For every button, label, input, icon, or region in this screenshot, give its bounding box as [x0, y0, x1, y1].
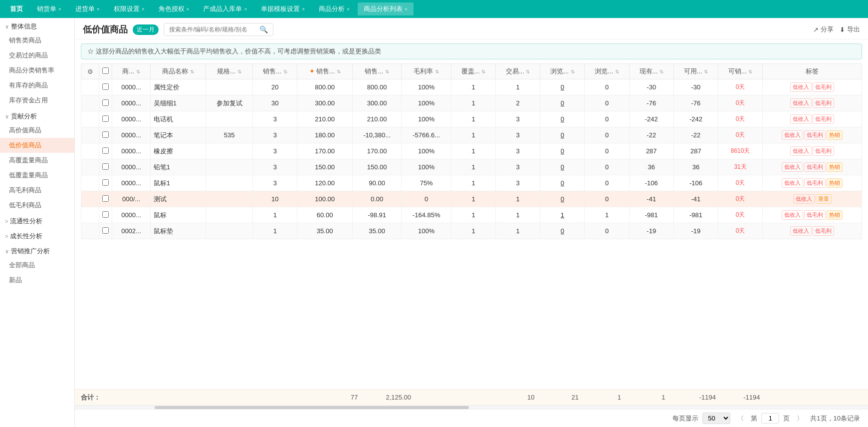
th-browse1[interactable]: 浏览... ⇅ — [540, 64, 585, 79]
tab-permission-settings[interactable]: 权限设置 × — [108, 2, 151, 15]
tab-product-analysis[interactable]: 商品分析 × — [313, 2, 356, 15]
settings-header[interactable]: ⚙ — [81, 64, 99, 79]
browse1-link[interactable]: 0 — [561, 99, 564, 107]
sort-icon[interactable]: ⇅ — [571, 69, 575, 74]
horizontal-scrollbar[interactable] — [155, 406, 469, 409]
sidebar-item-inventory-products[interactable]: 有库存的商品 — [0, 78, 74, 93]
tab-purchase-order[interactable]: 进货单 × — [69, 2, 106, 15]
next-page-button[interactable]: 〉 — [794, 413, 806, 424]
period-badge[interactable]: 近一月 — [133, 24, 159, 35]
page-number-input[interactable] — [761, 413, 779, 424]
sort-icon[interactable]: ⇅ — [615, 69, 619, 74]
sidebar-item-all-products[interactable]: 全部商品 — [0, 258, 74, 273]
sidebar-item-sales-products[interactable]: 销售类商品 — [0, 33, 74, 48]
tab-product-inbound[interactable]: 产成品入库单 × — [197, 2, 253, 15]
row-checkbox[interactable] — [102, 179, 109, 186]
browse1-link[interactable]: 0 — [561, 131, 564, 139]
browse1-link[interactable]: 0 — [561, 195, 564, 203]
th-saleable[interactable]: 可销... ⇅ — [718, 64, 763, 79]
sort-icon[interactable]: ⇅ — [526, 69, 530, 74]
sidebar-item-high-value[interactable]: 高价值商品 — [0, 123, 74, 138]
th-code[interactable]: 商... ⇅ — [112, 64, 151, 79]
sort-icon[interactable]: ⇅ — [435, 69, 439, 74]
sidebar-item-high-coverage[interactable]: 高覆盖量商品 — [0, 153, 74, 168]
sort-icon[interactable]: ⇅ — [704, 69, 708, 74]
share-button[interactable]: ↗ 分享 — [813, 25, 834, 34]
tab-product-analysis-list[interactable]: 商品分析列表 × — [358, 2, 414, 15]
th-name[interactable]: 商品名称 ⇅ — [150, 64, 206, 79]
sidebar-item-low-value[interactable]: 低价值商品 — [0, 138, 74, 153]
th-available[interactable]: 可用... ⇅ — [673, 64, 718, 79]
sort-icon[interactable]: ⇅ — [385, 69, 389, 74]
sidebar-group-marketing[interactable]: ∨ 营销推广分析 — [0, 243, 74, 258]
sidebar-group-circulation[interactable]: > 流通性分析 — [0, 213, 74, 228]
th-sale2[interactable]: ✦ 销售... ⇅ — [297, 64, 352, 79]
tab-sales-order[interactable]: 销货单 × — [31, 2, 67, 15]
sidebar-item-traded-products[interactable]: 交易过的商品 — [0, 48, 74, 63]
sidebar-group-growth[interactable]: > 成长性分析 — [0, 228, 74, 243]
sidebar-item-inventory-funds[interactable]: 库存资金占用 — [0, 93, 74, 108]
th-sale1[interactable]: 销售... ⇅ — [253, 64, 297, 79]
sort-icon[interactable]: ⇅ — [136, 69, 140, 74]
row-checkbox[interactable] — [102, 211, 109, 218]
row-checkbox[interactable] — [102, 227, 109, 234]
browse1-link[interactable]: 0 — [561, 227, 564, 235]
th-margin[interactable]: 毛利率 ⇅ — [402, 64, 451, 79]
sidebar-item-new-products[interactable]: 新品 — [0, 273, 74, 288]
close-icon[interactable]: × — [347, 6, 350, 12]
row-checkbox[interactable] — [102, 163, 109, 170]
row-checkbox[interactable] — [102, 131, 109, 138]
close-icon[interactable]: × — [244, 6, 247, 12]
close-icon[interactable]: × — [58, 6, 61, 12]
tab-role-auth[interactable]: 角色授权 × — [153, 2, 196, 15]
sort-icon[interactable]: ⇅ — [748, 69, 752, 74]
row-code: 0000... — [112, 159, 151, 175]
th-cover[interactable]: 覆盖... ⇅ — [451, 64, 495, 79]
row-checkbox[interactable] — [102, 99, 109, 106]
row-checkbox[interactable] — [102, 83, 109, 90]
tab-template-settings[interactable]: 单据模板设置 × — [255, 2, 311, 15]
sidebar-item-category-sales[interactable]: 商品分类销售率 — [0, 63, 74, 78]
sidebar-group-contribution[interactable]: ∨ 贡献分析 — [0, 108, 74, 123]
browse1-link[interactable]: 0 — [561, 115, 564, 123]
browse1-link[interactable]: 1 — [561, 211, 564, 219]
settings-icon[interactable]: ⚙ — [87, 68, 93, 75]
sidebar-group-overall[interactable]: ∨ 整体信息 — [0, 18, 74, 33]
th-sale3[interactable]: 销售... ⇅ — [352, 64, 402, 79]
sort-icon[interactable]: ⇅ — [337, 69, 341, 74]
th-current[interactable]: 现有... ⇅ — [629, 64, 673, 79]
th-trade[interactable]: 交易... ⇅ — [496, 64, 540, 79]
sidebar-item-high-margin[interactable]: 高毛利商品 — [0, 183, 74, 198]
select-all-checkbox[interactable] — [102, 67, 109, 74]
checkbox-header[interactable] — [99, 64, 112, 79]
row-cover: 1 — [451, 111, 495, 127]
sort-icon[interactable]: ⇅ — [237, 69, 241, 74]
prev-page-button[interactable]: 〈 — [734, 413, 747, 424]
row-cover: 1 — [451, 143, 495, 159]
per-page-select[interactable]: 50 100 — [702, 413, 730, 424]
th-spec[interactable]: 规格... ⇅ — [206, 64, 252, 79]
sidebar-item-low-coverage[interactable]: 低覆盖量商品 — [0, 168, 74, 183]
close-icon[interactable]: × — [302, 6, 305, 12]
sort-icon[interactable]: ⇅ — [659, 69, 663, 74]
th-browse2[interactable]: 浏览... ⇅ — [585, 64, 629, 79]
tab-home[interactable]: 首页 — [4, 2, 29, 15]
row-checkbox[interactable] — [102, 147, 109, 154]
row-checkbox[interactable] — [102, 195, 109, 202]
browse1-link[interactable]: 0 — [561, 163, 564, 171]
search-input[interactable] — [169, 26, 256, 33]
close-icon[interactable]: × — [187, 6, 190, 12]
browse1-link[interactable]: 0 — [561, 147, 564, 155]
close-icon[interactable]: × — [142, 6, 145, 12]
sort-icon[interactable]: ⇅ — [481, 69, 485, 74]
export-button[interactable]: ⬇ 导出 — [840, 25, 860, 34]
sidebar-item-low-margin[interactable]: 低毛利商品 — [0, 198, 74, 213]
browse1-link[interactable]: 0 — [561, 179, 564, 187]
close-icon[interactable]: × — [97, 6, 100, 12]
sort-icon[interactable]: ⇅ — [190, 69, 194, 74]
sort-icon[interactable]: ⇅ — [283, 69, 287, 74]
browse1-link[interactable]: 0 — [561, 83, 564, 91]
search-icon[interactable]: 🔍 — [259, 25, 268, 33]
row-checkbox[interactable] — [102, 115, 109, 122]
close-icon[interactable]: × — [405, 6, 408, 12]
